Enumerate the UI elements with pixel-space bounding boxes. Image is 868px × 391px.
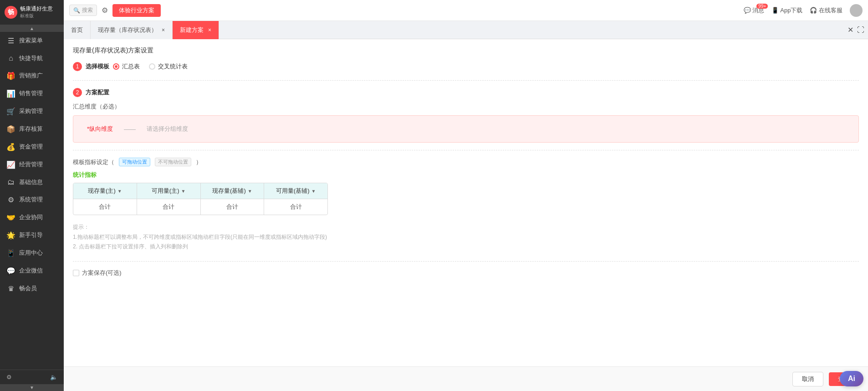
radio-cross[interactable]: 交叉统计表 <box>149 62 188 71</box>
fullscreen-icon[interactable]: ⛶ <box>857 26 864 34</box>
draggable-badge: 可拖动位置 <box>119 158 150 166</box>
stats-col-0[interactable]: 现存量(主) ▼ <box>73 183 137 199</box>
app-download-btn[interactable]: 📱 App下载 <box>771 6 802 15</box>
stats-table: 现存量(主) ▼ 可用量(主) ▼ 现存量(基辅) ▼ 可用量(基辅) <box>73 183 328 215</box>
tab-home-label: 首页 <box>71 26 83 34</box>
stats-col-0-label: 现存量(主) <box>88 187 116 195</box>
sidebar-item-14[interactable]: ♛畅会员 <box>0 280 64 298</box>
avatar[interactable] <box>850 4 863 17</box>
tab-new-plan-close[interactable]: × <box>208 27 211 33</box>
ai-float-button[interactable]: Ai <box>840 371 863 386</box>
sidebar-item-8[interactable]: 🗂基础信息 <box>0 174 64 191</box>
topbar: 🔍 搜索 ⚙ 体验行业方案 💬 消息 99+ 📱 App下载 🎧 在线客服 <box>64 0 868 21</box>
radio-cross-label: 交叉统计表 <box>158 62 188 71</box>
sidebar-item-7[interactable]: 📈经营管理 <box>0 156 64 174</box>
sidebar-icon-4: 🛒 <box>6 107 15 116</box>
sidebar-icon-1: ⌂ <box>6 54 15 62</box>
sidebar-item-13[interactable]: 💬企业微信 <box>0 262 64 280</box>
sidebar-label-11: 新手引导 <box>19 231 43 239</box>
dim-required-box[interactable]: *纵向维度 —— 请选择分组维度 <box>73 115 859 143</box>
save-checkbox[interactable] <box>73 270 79 276</box>
stats-col-3-label: 可用量(基辅) <box>276 187 310 195</box>
stats-col-1-label: 可用量(主) <box>152 187 179 195</box>
sidebar-label-13: 企业微信 <box>19 267 43 275</box>
app-download-label: App下载 <box>780 7 802 14</box>
sidebar-icon-5: 📦 <box>6 125 15 134</box>
sidebar-item-6[interactable]: 💰资金管理 <box>0 138 64 156</box>
online-service-btn[interactable]: 🎧 在线客服 <box>810 6 842 15</box>
stats-col-3[interactable]: 可用量(基辅) ▼ <box>264 183 327 199</box>
messages-badge: 99+ <box>756 4 768 9</box>
sidebar-icon-11: 🌟 <box>6 231 15 240</box>
sidebar-label-0: 搜索菜单 <box>19 36 43 45</box>
sidebar-label-6: 资金管理 <box>19 143 43 151</box>
sidebar-label-9: 系统管理 <box>19 196 43 204</box>
sidebar-item-3[interactable]: 📊销售管理 <box>0 85 64 103</box>
sidebar-label-10: 企业协同 <box>19 213 43 221</box>
radio-summary[interactable]: 汇总表 <box>113 62 140 71</box>
tab-inventory[interactable]: 现存量（库存状况表） × <box>91 21 173 39</box>
settings-icon[interactable]: ⚙ <box>102 6 108 15</box>
stats-cell-3: 合计 <box>264 199 327 215</box>
sidebar-item-10[interactable]: 🤝企业协同 <box>0 209 64 226</box>
tab-inventory-close[interactable]: × <box>162 27 165 33</box>
dim-placeholder: 请选择分组维度 <box>147 125 188 133</box>
tips-label: 提示： <box>73 222 859 232</box>
sidebar-scroll-up[interactable]: ▲ <box>0 25 64 32</box>
close-panel-icon[interactable]: ✕ <box>848 26 853 34</box>
logo-icon: 畅 <box>5 6 17 19</box>
stats-col-3-chevron: ▼ <box>311 189 316 194</box>
cancel-button[interactable]: 取消 <box>792 372 823 386</box>
sidebar-icon-2: 🎁 <box>6 72 15 80</box>
stats-cell-0: 合计 <box>73 199 137 215</box>
stats-section-label: 统计指标 <box>73 171 859 179</box>
step2-num: 2 <box>73 88 82 97</box>
tabs-bar: 首页 现存量（库存状况表） × 新建方案 × ✕ ⛶ <box>64 21 868 39</box>
sidebar-label-8: 基础信息 <box>19 178 43 186</box>
stats-cell-1: 合计 <box>137 199 201 215</box>
search-icon: 🔍 <box>73 7 80 14</box>
sidebar-item-4[interactable]: 🛒采购管理 <box>0 103 64 120</box>
sidebar-icon-14: ♛ <box>6 284 15 293</box>
sidebar-nav: ☰搜索菜单⌂快捷导航🎁营销推广📊销售管理🛒采购管理📦库存核算💰资金管理📈经营管理… <box>0 32 64 370</box>
main-wrapper: 🔍 搜索 ⚙ 体验行业方案 💬 消息 99+ 📱 App下载 🎧 在线客服 首页 <box>64 0 868 391</box>
indicator-settings-label: 模板指标设定（ 可拖动位置 不可拖动位置 ） <box>73 158 859 166</box>
step1-header: 1 选择模板 汇总表 交叉统计表 <box>73 62 859 71</box>
step2-title: 方案配置 <box>86 88 109 97</box>
app-name: 畅康通好生意 <box>20 5 53 13</box>
stats-col-1[interactable]: 可用量(主) ▼ <box>137 183 201 199</box>
tab-new-plan[interactable]: 新建方案 × <box>173 21 219 39</box>
sidebar-item-5[interactable]: 📦库存核算 <box>0 120 64 138</box>
sidebar-icon-10: 🤝 <box>6 213 15 222</box>
topbar-right: 💬 消息 99+ 📱 App下载 🎧 在线客服 <box>744 4 863 17</box>
messages-btn[interactable]: 💬 消息 99+ <box>744 6 765 15</box>
sidebar-item-12[interactable]: 📱应用中心 <box>0 244 64 262</box>
sidebar-item-0[interactable]: ☰搜索菜单 <box>0 32 64 50</box>
sidebar-item-11[interactable]: 🌟新手引导 <box>0 226 64 244</box>
message-icon: 💬 <box>744 7 751 14</box>
save-option[interactable]: 方案保存(可选) <box>73 269 859 277</box>
tips-section: 提示： 1.拖动标题栏可以调整布局，不可跨维度或指标区域拖动栏目字段(只能在同一… <box>73 222 859 252</box>
sidebar-icon-3: 📊 <box>6 89 15 98</box>
tab-home[interactable]: 首页 <box>64 21 91 39</box>
sidebar-item-1[interactable]: ⌂快捷导航 <box>0 50 64 67</box>
trial-btn[interactable]: 体验行业方案 <box>112 4 161 17</box>
sidebar-sound-icon[interactable]: 🔈 <box>50 374 57 381</box>
search-box[interactable]: 🔍 搜索 <box>69 5 97 16</box>
sidebar-settings-icon[interactable]: ⚙ <box>6 374 12 381</box>
indicator-close-paren: ） <box>196 158 202 166</box>
sidebar-item-9[interactable]: ⚙系统管理 <box>0 191 64 209</box>
indicator-label-text: 模板指标设定（ <box>73 158 114 166</box>
sidebar-logo: 畅 畅康通好生意 标准版 <box>0 0 64 25</box>
tab-new-plan-label: 新建方案 <box>180 26 204 34</box>
step1-title: 选择模板 <box>86 62 109 71</box>
sidebar-icon-7: 📈 <box>6 160 15 169</box>
section-step1: 1 选择模板 汇总表 交叉统计表 <box>73 62 859 71</box>
stats-col-2[interactable]: 现存量(基辅) ▼ <box>201 183 265 199</box>
sidebar-item-2[interactable]: 🎁营销推广 <box>0 67 64 85</box>
sidebar-label-3: 销售管理 <box>19 89 43 98</box>
sidebar-scroll-down[interactable]: ▼ <box>0 384 64 391</box>
radio-summary-circle <box>113 63 119 70</box>
radio-summary-label: 汇总表 <box>122 62 140 71</box>
vertical-dim-label: *纵向维度 <box>87 125 113 133</box>
